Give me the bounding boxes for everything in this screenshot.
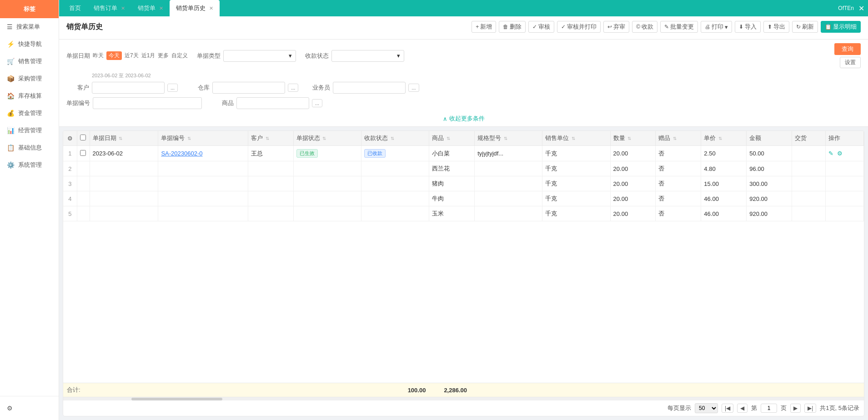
sort-spec-icon[interactable]: ⇅	[504, 136, 507, 141]
page-size-select[interactable]: 50 20 100	[695, 403, 718, 413]
row-checkbox[interactable]	[80, 150, 86, 156]
action-delete-row-icon[interactable]: ⚙	[837, 150, 843, 157]
doc-no-link[interactable]: SA-20230602-0	[161, 150, 202, 157]
summary-total-amount: 2,286.00	[444, 387, 467, 394]
import-button[interactable]: ⬇ 导入	[735, 21, 761, 33]
customer-picker-btn[interactable]: ...	[167, 84, 178, 92]
discard-button[interactable]: ↩ 弃审	[603, 21, 629, 33]
display-detail-button[interactable]: 📋 显示明细	[821, 21, 861, 33]
sidebar-item-search-menu[interactable]: ☰ 搜索菜单	[0, 18, 59, 35]
sort-unit-icon[interactable]: ⇅	[572, 136, 575, 141]
cell-unit: 千克	[542, 206, 610, 221]
sort-unitprice-icon[interactable]: ⇅	[718, 136, 722, 141]
cell-gift: 否	[656, 206, 701, 221]
query-button[interactable]: 查询	[834, 43, 861, 55]
doc-no-input[interactable]	[93, 97, 202, 109]
first-page-btn[interactable]: |◀	[722, 404, 733, 413]
prev-page-btn[interactable]: ◀	[737, 404, 748, 413]
sidebar-item-capital-mgmt[interactable]: 💰 资金管理	[0, 105, 59, 122]
sales-mgmt-icon: 🛒	[7, 58, 15, 65]
date-today[interactable]: 今天	[106, 51, 122, 60]
main-area: 首页 销售订单 ✕ 销货单 ✕ 销货单历史 ✕ OfTEn ✕ 销货单历史 +	[59, 0, 868, 420]
action-edit-icon[interactable]: ✎	[828, 150, 833, 157]
sidebar-item-sys-mgmt[interactable]: ⚙️ 系统管理	[0, 156, 59, 174]
cell-customer	[248, 206, 293, 221]
collapse-btn[interactable]: ∧ 收起更多条件	[66, 113, 861, 125]
topbar-close-btn[interactable]: ✕	[858, 4, 864, 13]
review-print-button[interactable]: ✓ 审核并打印	[557, 21, 601, 33]
date-7days[interactable]: 近7天	[125, 52, 139, 60]
cell-doc-status	[293, 176, 361, 191]
sort-date-icon[interactable]: ⇅	[119, 136, 122, 141]
warehouse-input[interactable]	[212, 82, 285, 94]
doc-type-select[interactable]: ▾	[223, 50, 296, 62]
sort-docno-icon[interactable]: ⇅	[187, 136, 191, 141]
sidebar-settings-btn[interactable]: ⚙	[0, 400, 59, 416]
date-more[interactable]: 更多	[158, 52, 169, 60]
batch-change-button[interactable]: ✎ 批量变更	[660, 21, 698, 33]
review-button[interactable]: ✓ 审核	[528, 21, 554, 33]
add-button[interactable]: + 新增	[472, 21, 496, 33]
batch-change-icon: ✎	[664, 24, 669, 30]
collect-button[interactable]: © 收款	[632, 21, 657, 33]
cell-date	[90, 206, 158, 221]
cell-action	[826, 191, 864, 206]
tab-sales-delivery-label: 销货单	[138, 4, 156, 12]
cell-date	[90, 191, 158, 206]
payment-status-select[interactable]: ▾	[331, 50, 404, 62]
base-info-icon: 📋	[7, 144, 15, 151]
date-yesterday[interactable]: 昨天	[93, 52, 104, 60]
goods-picker-btn[interactable]: ...	[312, 99, 322, 107]
sidebar-item-sales-mgmt[interactable]: 🛒 销售管理	[0, 53, 59, 70]
refresh-button[interactable]: ↻ 刷新	[792, 21, 818, 33]
doc-no-label: 单据编号	[66, 99, 90, 107]
sort-qty-icon[interactable]: ⇅	[627, 136, 631, 141]
date-custom[interactable]: 自定义	[171, 52, 188, 60]
delete-button[interactable]: 🗑 删除	[499, 21, 526, 33]
sidebar-item-base-info[interactable]: 📋 基础信息	[0, 139, 59, 156]
table-settings-icon[interactable]: ⚙	[67, 135, 73, 142]
sidebar-item-label: 基础信息	[18, 144, 42, 152]
warehouse-picker-btn[interactable]: ...	[288, 84, 298, 92]
sort-goods-icon[interactable]: ⇅	[447, 136, 450, 141]
customer-input[interactable]	[92, 82, 165, 94]
sidebar-item-inventory[interactable]: 🏠 库存核算	[0, 87, 59, 105]
sidebar-item-purchase-mgmt[interactable]: 📦 采购管理	[0, 70, 59, 87]
sidebar-item-quick-nav[interactable]: ⚡ 快捷导航	[0, 35, 59, 53]
select-all-checkbox[interactable]	[80, 135, 86, 140]
cell-no: 2	[63, 161, 77, 176]
col-payment-status: 收款状态 ⇅	[361, 131, 429, 146]
last-page-btn[interactable]: ▶|	[804, 404, 816, 413]
business-picker-btn[interactable]: ...	[408, 84, 419, 92]
table-row: 2西兰花千克20.00否4.8096.00	[63, 161, 864, 176]
pagination-row: 每页显示 50 20 100 |◀ ◀ 第 页 ▶ ▶| 共1页, 5条记录	[63, 400, 864, 416]
sort-customer-icon[interactable]: ⇅	[266, 136, 269, 141]
goods-input[interactable]	[236, 97, 309, 109]
toolbar: + 新增 🗑 删除 ✓ 审核 ✓ 审核并打印	[472, 21, 861, 33]
print-button[interactable]: 🖨 打印 ▾	[701, 21, 732, 33]
scrollbar-area[interactable]	[63, 397, 864, 400]
page-input[interactable]	[761, 404, 777, 413]
page-of-label: 页	[781, 404, 787, 412]
next-page-btn[interactable]: ▶	[790, 404, 801, 413]
tab-home[interactable]: 首页	[63, 0, 87, 16]
summary-total-qty: 100.00	[408, 387, 426, 394]
tab-sales-order-close[interactable]: ✕	[121, 5, 125, 11]
filter-settings-button[interactable]: 设置	[840, 57, 861, 68]
tab-sales-delivery-close[interactable]: ✕	[159, 5, 163, 11]
col-settings-icon[interactable]: ⚙	[63, 131, 77, 146]
sort-gift-icon[interactable]: ⇅	[673, 136, 677, 141]
date-1month[interactable]: 近1月	[141, 52, 156, 60]
tab-sales-history-close[interactable]: ✕	[209, 5, 213, 11]
tab-sales-order[interactable]: 销售订单 ✕	[87, 0, 131, 16]
export-button[interactable]: ⬆ 导出	[763, 21, 789, 33]
sidebar-item-ops-mgmt[interactable]: 📊 经营管理	[0, 122, 59, 139]
sort-paymentstatus-icon[interactable]: ⇅	[391, 136, 394, 141]
scrollbar-thumb[interactable]	[131, 398, 222, 400]
tab-sales-history[interactable]: 销货单历史 ✕	[170, 0, 220, 16]
sort-docstatus-icon[interactable]: ⇅	[322, 136, 326, 141]
cell-payment-status	[361, 206, 429, 221]
sidebar-item-label: 库存核算	[18, 92, 42, 100]
tab-sales-delivery[interactable]: 销货单 ✕	[131, 0, 170, 16]
business-input[interactable]	[333, 82, 406, 94]
